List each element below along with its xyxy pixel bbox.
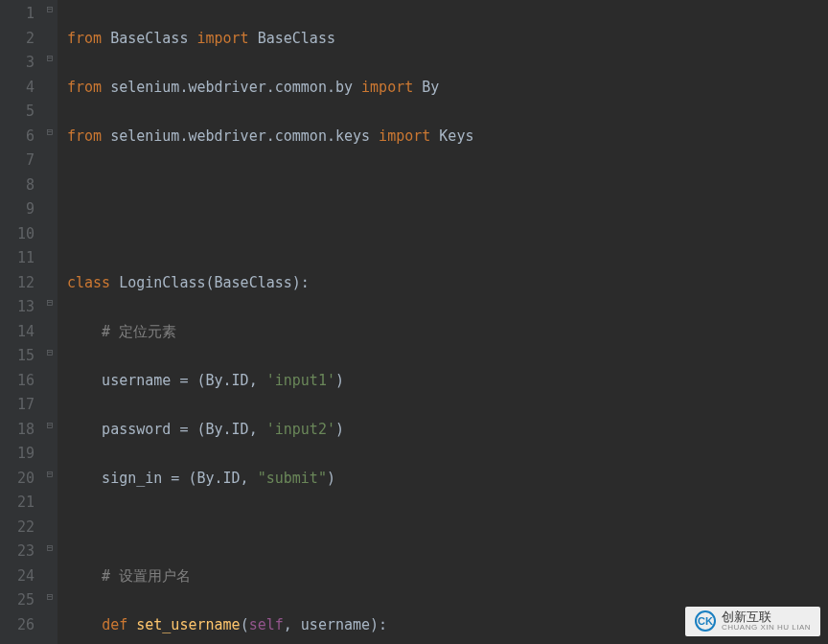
code-line[interactable]: from selenium.webdriver.common.keys impo… bbox=[67, 125, 604, 150]
code-line[interactable] bbox=[67, 173, 604, 198]
line-number: 7 bbox=[8, 149, 34, 173]
line-number: 19 bbox=[8, 442, 34, 467]
fold-marker-icon[interactable]: ⊟ bbox=[44, 542, 56, 554]
code-line[interactable]: from BaseClass import BaseClass bbox=[67, 27, 604, 52]
fold-marker-icon[interactable]: ⊟ bbox=[44, 420, 56, 431]
line-number: 8 bbox=[8, 173, 34, 198]
fold-marker-icon[interactable]: ⊟ bbox=[44, 4, 56, 15]
line-number: 22 bbox=[8, 516, 34, 540]
line-number: 3 bbox=[8, 51, 34, 76]
fold-marker-icon[interactable]: ⊟ bbox=[44, 297, 56, 309]
code-line[interactable]: username = (By.ID, 'input1') bbox=[67, 369, 604, 394]
code-line[interactable] bbox=[67, 222, 604, 247]
line-number: 23 bbox=[8, 540, 34, 564]
line-number: 12 bbox=[8, 271, 34, 296]
line-number: 9 bbox=[8, 197, 34, 222]
line-number: 16 bbox=[8, 369, 34, 394]
code-line[interactable]: password = (By.ID, 'input2') bbox=[67, 418, 604, 443]
fold-end-icon[interactable]: ⊟ bbox=[44, 469, 56, 480]
line-number: 26 bbox=[8, 613, 34, 638]
line-number: 21 bbox=[8, 491, 34, 516]
code-editor[interactable]: 1 2 3 4 5 6 7 8 9 10 11 12 13 14 15 16 1… bbox=[0, 0, 828, 644]
watermark-text: 创新互联 CHUANG XIN HU LIAN bbox=[722, 610, 811, 632]
line-number: 5 bbox=[8, 100, 34, 125]
line-number: 20 bbox=[8, 467, 34, 492]
line-number: 6 bbox=[8, 125, 34, 150]
line-number: 2 bbox=[8, 27, 34, 52]
code-line[interactable] bbox=[67, 516, 604, 540]
line-number: 15 bbox=[8, 344, 34, 369]
watermark-main: 创新互联 bbox=[722, 610, 811, 624]
fold-end-icon[interactable]: ⊟ bbox=[44, 591, 56, 603]
code-line[interactable]: # 定位元素 bbox=[67, 320, 604, 345]
code-line[interactable]: def set_username(self, username): bbox=[67, 613, 604, 638]
watermark-sub: CHUANG XIN HU LIAN bbox=[722, 624, 811, 632]
fold-end-icon[interactable]: ⊟ bbox=[44, 53, 56, 64]
code-line[interactable]: from selenium.webdriver.common.by import… bbox=[67, 76, 604, 101]
fold-marker-icon[interactable]: ⊟ bbox=[44, 126, 56, 138]
line-number-gutter: 1 2 3 4 5 6 7 8 9 10 11 12 13 14 15 16 1… bbox=[0, 0, 42, 644]
code-line[interactable]: sign_in = (By.ID, "submit") bbox=[67, 467, 604, 492]
fold-end-icon[interactable]: ⊟ bbox=[44, 347, 56, 358]
line-number: 1 bbox=[8, 2, 34, 27]
line-number: 24 bbox=[8, 564, 34, 589]
line-number: 4 bbox=[8, 76, 34, 101]
code-line[interactable]: class LoginClass(BaseClass): bbox=[67, 271, 604, 296]
line-number: 17 bbox=[8, 393, 34, 418]
code-area[interactable]: from BaseClass import BaseClass from sel… bbox=[58, 0, 604, 644]
line-number: 13 bbox=[8, 295, 34, 320]
line-number: 18 bbox=[8, 418, 34, 443]
line-number: 10 bbox=[8, 222, 34, 247]
fold-column: ⊟ ⊟ ⊟ ⊟ ⊟ ⊟ ⊟ ⊟ ⊟ bbox=[42, 0, 58, 644]
line-number: 25 bbox=[8, 588, 34, 613]
code-line[interactable]: # 设置用户名 bbox=[67, 564, 604, 589]
watermark-logo-icon: CK bbox=[695, 610, 716, 632]
watermark-badge: CK 创新互联 CHUANG XIN HU LIAN bbox=[685, 607, 820, 636]
line-number: 14 bbox=[8, 320, 34, 345]
line-number: 11 bbox=[8, 246, 34, 271]
